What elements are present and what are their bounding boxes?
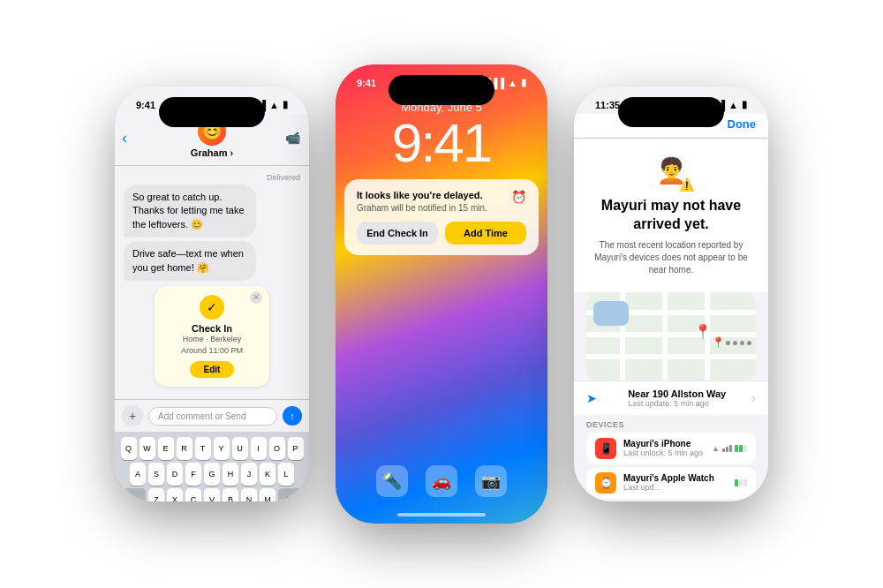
map-path-dots [726,341,751,345]
key-d[interactable]: D [167,463,183,486]
message-bubble-1: So great to catch up. Thanks for letting… [124,185,256,237]
map-preview[interactable]: 📍 📍 [586,292,756,381]
device-item-iphone: 📱 Mayuri's iPhone Last unlock: 5 min ago… [586,433,756,464]
wifi-icon-3: ▲ [728,100,738,110]
key-u[interactable]: U [232,437,248,460]
mayuri-alert-subtitle: The most recent location reported by May… [586,239,756,276]
wifi-icon-2: ▲ [508,78,517,88]
status-time-3: 11:35 [595,100,620,110]
notif-buttons: End Check In Add Time [357,222,526,245]
watch-device-status: Last upd... [623,483,714,492]
key-w[interactable]: W [140,437,155,460]
location-info: Near 190 Allston Way Last update: 5 min … [628,388,726,408]
contact-name[interactable]: Graham › [191,147,233,158]
end-checkin-button[interactable]: End Check In [357,222,438,245]
key-r[interactable]: R [177,437,192,460]
messages-input-area: + Add comment or Send ↑ [115,399,309,432]
key-q[interactable]: Q [121,437,137,460]
dynamic-island-3 [618,97,724,127]
wifi-icon-1: ▲ [269,100,279,110]
message-input[interactable]: Add comment or Send [148,407,277,426]
add-time-button[interactable]: Add Time [445,222,526,245]
dynamic-island-2 [389,75,494,105]
notif-subtitle: Graham will be notified in 15 min. [357,203,526,213]
key-e[interactable]: E [158,437,174,460]
iphone-device-icon: 📱 [595,438,616,459]
key-b[interactable]: B [223,488,238,501]
devices-section-label: DEVICES [586,420,756,429]
checkin-card: ✕ ✓ Check In Home · Berkeley Around 11:0… [155,286,269,387]
checkin-location: Home · Berkeley Around 11:00 PM [163,334,260,356]
delivered-label: Delivered [124,173,300,182]
key-j[interactable]: J [241,463,257,486]
mayuri-alert-title: Mayuri may not havearrived yet. [586,197,756,234]
map-grid: 📍 📍 [586,292,756,381]
lockscreen-dock: 🔦 🚗 📷 [376,465,507,497]
location-title: Near 190 Allston Way [628,388,726,399]
message-bubble-2: Drive safe—text me when you get home! 🤗 [124,241,256,281]
location-arrow-icon: ➤ [586,391,597,405]
map-pin-current: 📍 [712,336,725,349]
back-button[interactable]: ‹ [122,129,127,147]
location-subtitle: Last update: 5 min ago [628,399,726,408]
messages-body: Delivered So great to catch up. Thanks f… [115,166,309,399]
battery-icon-2: ▮ [521,77,526,88]
lock-time: 9:41 [350,116,533,170]
flashlight-dock-icon[interactable]: 🔦 [376,465,408,497]
key-delete[interactable]: ⌫ [278,488,301,501]
devices-section: DEVICES 📱 Mayuri's iPhone Last unlock: 5… [574,415,768,501]
key-h[interactable]: H [223,463,238,486]
phone-findmy: 11:35 ▐▐▐ ▲ ▮ Done 🧑‍🦱 Mayuri may not ha… [574,87,768,501]
checkin-notification-card: ⏰ It looks like you're delayed. Graham w… [344,179,539,255]
phone-messages: 9:41 ▐▐▐ ▲ ▮ ‹ Graham › 📹 Delivered So g… [115,87,309,501]
checkin-edit-button[interactable]: Edit [190,361,235,378]
location-row[interactable]: ➤ Near 190 Allston Way Last update: 5 mi… [574,381,768,415]
camera-dock-icon[interactable]: 📷 [475,465,507,497]
key-v[interactable]: V [204,488,220,501]
findmy-body: 🧑‍🦱 Mayuri may not havearrived yet. The … [574,139,768,292]
status-time-2: 9:41 [357,78,376,88]
key-n[interactable]: N [241,488,257,501]
iphone-wifi-icon: ▲ [712,444,720,453]
key-i[interactable]: I [251,437,267,460]
key-y[interactable]: Y [214,437,230,460]
checkin-title: Check In [163,323,260,334]
mayuri-avatar: 🧑‍🦱 [652,151,691,190]
done-button[interactable]: Done [728,117,757,131]
key-z[interactable]: Z [148,488,164,501]
iphone-battery [735,445,747,452]
send-button[interactable]: ↑ [283,406,302,426]
home-indicator-2 [397,513,486,516]
iphone-status-icons: ▲ [712,444,747,453]
key-l[interactable]: L [278,463,294,486]
key-k[interactable]: K [260,463,275,486]
key-o[interactable]: O [269,437,285,460]
driving-dock-icon[interactable]: 🚗 [426,465,457,497]
watch-battery [735,479,747,486]
key-f[interactable]: F [185,463,201,486]
key-t[interactable]: T [195,437,211,460]
attachment-button[interactable]: + [122,405,143,426]
key-c[interactable]: C [185,488,201,501]
iphone-device-info: Mayuri's iPhone Last unlock: 5 min ago [623,439,703,457]
keyboard-row-3: ⇧ Z X C V B N M ⌫ [118,488,306,501]
map-pin-destination: 📍 [694,323,712,340]
watch-device-icon: ⌚ [595,472,616,494]
key-s[interactable]: S [148,463,164,486]
device-item-watch: ⌚ Mayuri's Apple Watch Last upd... [586,467,756,499]
key-g[interactable]: G [204,463,220,486]
checkin-checkmark-icon: ✓ [200,295,224,320]
dynamic-island-1 [159,97,265,127]
iphone-device-name: Mayuri's iPhone [623,439,703,449]
keyboard: Q W E R T Y U I O P A S D F G H J K L [115,432,309,501]
key-m[interactable]: M [260,488,275,501]
video-call-button[interactable]: 📹 [285,131,300,145]
key-a[interactable]: A [130,463,146,486]
battery-icon-1: ▮ [283,99,288,110]
key-x[interactable]: X [167,488,183,501]
key-shift[interactable]: ⇧ [123,488,146,501]
checkin-close-button[interactable]: ✕ [250,291,262,304]
notif-emoji-icon: ⏰ [511,190,526,204]
location-chevron-icon: › [751,391,756,405]
key-p[interactable]: P [288,437,304,460]
